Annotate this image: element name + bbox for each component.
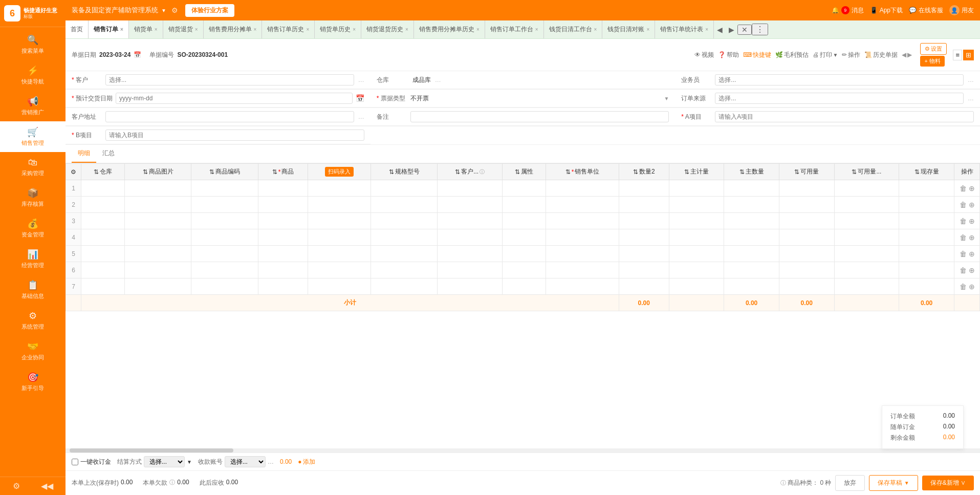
row3-mainunit[interactable] xyxy=(669,213,724,229)
row5-custcode[interactable] xyxy=(438,246,503,262)
row7-product[interactable] xyxy=(258,278,308,295)
row4-available2[interactable] xyxy=(834,229,899,246)
row4-mainqty[interactable] xyxy=(724,229,779,246)
row5-available[interactable] xyxy=(779,246,834,262)
settlement-dropdown-icon[interactable]: ▼ xyxy=(187,459,192,465)
row1-current[interactable] xyxy=(899,180,954,197)
row3-spec[interactable] xyxy=(371,213,438,229)
tab-sales-return[interactable]: 销货退货 × xyxy=(163,20,204,39)
collapse-icon[interactable]: ◀◀ xyxy=(41,481,53,491)
tab-next-btn[interactable]: ▶ xyxy=(726,26,737,34)
tab-close-order-workbench[interactable]: × xyxy=(535,27,538,32)
gear-header-icon[interactable]: ⚙ xyxy=(71,168,76,176)
row3-mainqty[interactable] xyxy=(724,213,779,229)
row2-spec[interactable] xyxy=(371,197,438,213)
row7-code[interactable] xyxy=(191,278,258,295)
account-more-icon[interactable]: … xyxy=(268,458,274,465)
customer-more-icon[interactable]: … xyxy=(358,76,364,83)
list-view-btn[interactable]: ≡ xyxy=(953,50,962,60)
row4-mainunit[interactable] xyxy=(669,229,724,246)
tab-close-sales-order-history[interactable]: × xyxy=(306,27,309,32)
one-click-checkbox-input[interactable] xyxy=(72,459,78,465)
tab-order-workbench[interactable]: 销售订单工作台 × xyxy=(485,20,544,39)
tab-detail[interactable]: 明细 xyxy=(72,145,96,163)
sidebar-item-guide[interactable]: 🎯 新手引导 xyxy=(0,367,66,397)
warehouse-sort-icon[interactable]: ⇅ xyxy=(94,168,99,176)
tab-sales-order-history[interactable]: 销售订单历史 × xyxy=(262,20,315,39)
row4-spec[interactable] xyxy=(371,229,438,246)
mainqty-sort-icon[interactable]: ⇅ xyxy=(739,168,745,176)
row6-spec[interactable] xyxy=(371,262,438,278)
app-download-area[interactable]: 📱 App下载 xyxy=(870,6,903,15)
row3-image[interactable] xyxy=(125,213,191,229)
row7-qty2[interactable] xyxy=(619,278,669,295)
row7-warehouse[interactable] xyxy=(81,278,125,295)
row6-mainqty[interactable] xyxy=(724,262,779,278)
notification-area[interactable]: 🔔 9 消息 xyxy=(832,6,864,15)
row3-available2[interactable] xyxy=(834,213,899,229)
row3-product[interactable] xyxy=(258,213,308,229)
tab-return-history[interactable]: 销货退货历史 × xyxy=(361,20,414,39)
account-select[interactable]: 选择... xyxy=(225,456,266,467)
tab-close-sales-expense[interactable]: × xyxy=(254,27,257,32)
row7-custcode[interactable] xyxy=(438,278,503,295)
shortcut-btn[interactable]: ⌨ 快捷键 xyxy=(743,51,771,59)
row6-unit[interactable] xyxy=(546,262,619,278)
row7-mainqty[interactable] xyxy=(724,278,779,295)
row7-available[interactable] xyxy=(779,278,834,295)
current-sort-icon[interactable]: ⇅ xyxy=(914,168,920,176)
row3-available[interactable] xyxy=(779,213,834,229)
save-draft-dropdown-icon[interactable]: ▼ xyxy=(904,480,909,486)
print-dropdown-icon[interactable]: ▼ xyxy=(833,52,838,58)
row5-image[interactable] xyxy=(125,246,191,262)
settings-footer-icon[interactable]: ⚙ xyxy=(13,481,20,491)
row4-unit[interactable] xyxy=(546,229,619,246)
settlement-select[interactable]: 选择... xyxy=(144,456,185,467)
row3-delete-btn[interactable]: 🗑 xyxy=(960,217,967,225)
online-service-area[interactable]: 💬 在线客服 xyxy=(909,6,943,15)
warehouse-more-icon[interactable]: … xyxy=(435,76,441,83)
operations-btn[interactable]: ✏ 操作 xyxy=(842,51,860,59)
row7-scan[interactable] xyxy=(308,278,371,295)
row3-qty2[interactable] xyxy=(619,213,669,229)
row4-current[interactable] xyxy=(899,229,954,246)
row3-custcode[interactable] xyxy=(438,213,503,229)
available-sort-icon[interactable]: ⇅ xyxy=(794,168,799,176)
tab-close-expense-history[interactable]: × xyxy=(476,27,480,32)
discard-button[interactable]: 放弃 xyxy=(835,475,865,491)
row1-mainunit[interactable] xyxy=(669,180,724,197)
row2-delete-btn[interactable]: 🗑 xyxy=(960,201,967,209)
sidebar-item-marketing[interactable]: 📢 营销推广 xyxy=(0,91,66,121)
row6-attr[interactable] xyxy=(503,262,546,278)
help-btn[interactable]: ❓ 帮助 xyxy=(718,51,739,59)
row6-product[interactable] xyxy=(258,262,308,278)
row2-current[interactable] xyxy=(899,197,954,213)
history-btn[interactable]: 📜 历史单据 xyxy=(864,51,898,59)
row2-image[interactable] xyxy=(125,197,191,213)
row7-available2[interactable] xyxy=(834,278,899,295)
scan-btn[interactable]: 扫码录入 xyxy=(325,167,354,177)
row5-available2[interactable] xyxy=(834,246,899,262)
row6-current[interactable] xyxy=(899,262,954,278)
customer-address-input[interactable] xyxy=(105,111,354,122)
qty2-sort-icon[interactable]: ⇅ xyxy=(633,168,638,176)
row5-qty2[interactable] xyxy=(619,246,669,262)
customer-input[interactable] xyxy=(105,74,354,85)
row3-scan[interactable] xyxy=(308,213,371,229)
row5-mainqty[interactable] xyxy=(724,246,779,262)
horizontal-scrollbar[interactable] xyxy=(66,448,980,453)
row2-custcode[interactable] xyxy=(438,197,503,213)
row6-warehouse[interactable] xyxy=(81,262,125,278)
system-dropdown-icon[interactable]: ▼ xyxy=(161,8,166,13)
row4-delete-btn[interactable]: 🗑 xyxy=(960,233,967,242)
tab-close-return-history[interactable]: × xyxy=(405,27,408,32)
sidebar-item-finance[interactable]: 💰 资金管理 xyxy=(0,213,66,244)
tab-daily-clear-workbench[interactable]: 钱货日清工作台 × xyxy=(544,20,603,39)
code-sort-icon[interactable]: ⇅ xyxy=(209,168,214,176)
tab-sales-order[interactable]: 销售订单 × xyxy=(89,20,129,39)
tab-close-sales-stats[interactable]: × xyxy=(705,27,708,32)
row5-product[interactable] xyxy=(258,246,308,262)
row6-mainunit[interactable] xyxy=(669,262,724,278)
next-record-btn[interactable]: ▶ xyxy=(907,51,912,58)
tab-home[interactable]: 首页 xyxy=(66,20,89,39)
